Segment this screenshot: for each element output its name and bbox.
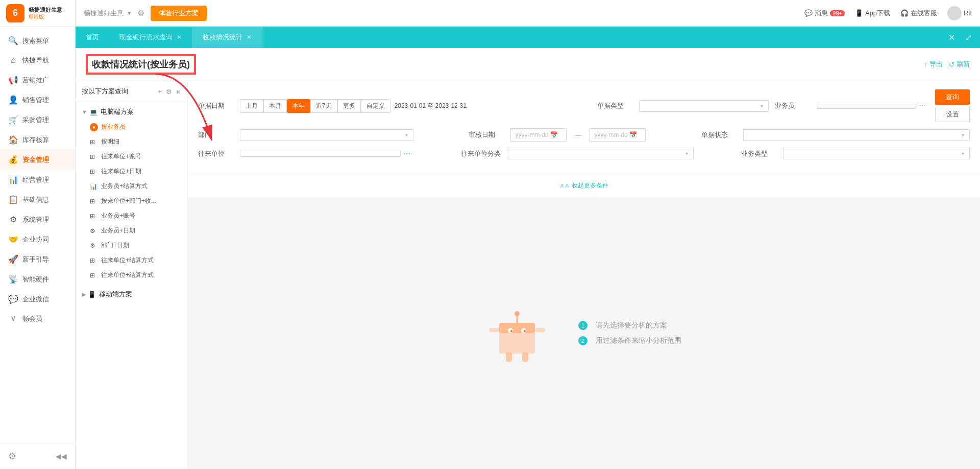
query-button[interactable]: 查询: [935, 89, 970, 105]
biz-type-label: 业务类型: [741, 149, 777, 158]
dept-select[interactable]: ▾: [240, 129, 413, 141]
date-label: 单据日期: [198, 101, 234, 110]
cps2-icon: ⊞: [90, 272, 98, 279]
date-btn-custom[interactable]: 自定义: [361, 99, 390, 113]
sidebar-item-purchase[interactable]: 🛒 采购管理: [0, 110, 75, 130]
scheme-item-salesperson-account[interactable]: ⊞ 业务员+账号: [76, 208, 187, 223]
date-selector: 上月 本月 本年 近7天 更多 自定义 2023-01-01 至 2023-12…: [240, 99, 467, 113]
corpwechat-icon: 💬: [8, 294, 18, 304]
sidebar-item-corpwechat[interactable]: 💬 企业微信: [0, 289, 75, 309]
scheme-item-dept-date[interactable]: ⚙ 部门+日期: [76, 238, 187, 253]
tip-num-2: 2: [578, 336, 587, 345]
collapse-btn[interactable]: ∧∧ 收起更多条件: [188, 177, 980, 194]
doc-status-select[interactable]: ▾: [743, 129, 970, 141]
action-buttons: 查询 设置: [935, 89, 970, 122]
tab-close-bank-flow[interactable]: ✕: [177, 34, 182, 41]
scheme-item-counterparty-settlement1[interactable]: ⊞ 往来单位+结算方式: [76, 253, 187, 268]
top-header: 畅捷通好生意 ▾ ⚙ 体验行业方案 💬 消息 99+ 📱 App下载 🎧: [76, 0, 980, 27]
scheme-add-btn[interactable]: +: [157, 86, 163, 97]
counterparty-input[interactable]: [240, 151, 401, 157]
calendar-start-icon[interactable]: 📅: [550, 131, 558, 138]
user-profile[interactable]: Rit: [947, 6, 972, 20]
scheme-item-counterparty-settlement2[interactable]: ⊞ 往来单位+结算方式: [76, 268, 187, 283]
counterparty-category-arrow: ▾: [685, 151, 688, 156]
salesperson-input[interactable]: [817, 103, 916, 109]
empty-state-container: 1 请先选择要分析的方案 2 用过滤条件来缩小分析范围: [188, 197, 980, 469]
sidebar-item-smarthw[interactable]: 📡 智能硬件: [0, 269, 75, 289]
review-date-start[interactable]: yyyy-mm-dd 📅: [510, 128, 567, 142]
dept-date-icon: ⚙: [90, 242, 98, 249]
finance-icon: 💰: [8, 155, 18, 165]
page-header: 收款情况统计(按业务员) ↑ 导出 ↺ 刷新: [76, 48, 980, 81]
online-service-action[interactable]: 🎧 在线客服: [900, 9, 937, 18]
right-content: 单据日期 上月 本月 本年 近7天 更多 自定义 2023-01-01 至 20…: [188, 81, 980, 469]
doc-type-select[interactable]: ▾: [639, 100, 769, 112]
sidebar-item-marketing[interactable]: 📢 营销推广: [0, 70, 75, 90]
svg-point-4: [510, 330, 512, 332]
sidebar-collapse-icon[interactable]: ◀◀: [56, 452, 67, 460]
sidebar-item-basicinfo[interactable]: 📋 基础信息: [0, 190, 75, 209]
salesperson-more-btn[interactable]: ···: [916, 101, 929, 110]
sidebar-item-quicknav[interactable]: ⌂ 快捷导航: [0, 51, 75, 70]
tab-bank-flow[interactable]: 现金银行流水查询 ✕: [109, 27, 192, 48]
scheme-item-counterparty-dept[interactable]: ⊞ 按来单位+部门+收...: [76, 194, 187, 208]
marketing-icon: 📢: [8, 75, 18, 85]
export-button[interactable]: ↑ 导出: [924, 60, 943, 69]
sidebar-item-member[interactable]: V 畅会员: [0, 309, 75, 329]
scheme-panel-title: 按以下方案查询: [82, 87, 128, 96]
sidebar-item-sales[interactable]: 👤 销售管理: [0, 90, 75, 110]
scheme-group-mobile-header[interactable]: ▶ 📱 移动端方案: [76, 287, 187, 302]
sidebar-item-system[interactable]: ⚙ 系统管理: [0, 209, 75, 229]
date-btn-this-year[interactable]: 本年: [287, 99, 310, 113]
date-btn-7days[interactable]: 近7天: [310, 99, 337, 113]
refresh-button[interactable]: ↺ 刷新: [949, 60, 970, 69]
date-btn-this-month[interactable]: 本月: [263, 99, 287, 113]
sidebar-settings-icon[interactable]: ⚙: [8, 451, 16, 462]
biz-type-arrow: ▾: [962, 151, 964, 156]
scheme-item-salesperson-settlement[interactable]: 📊 业务员+结算方式: [76, 179, 187, 194]
settings-button[interactable]: 设置: [935, 107, 970, 122]
message-action[interactable]: 💬 消息 99+: [804, 9, 845, 18]
sidebar-item-search[interactable]: 🔍 搜索菜单: [0, 31, 75, 51]
scheme-collapse-btn[interactable]: «: [175, 86, 181, 97]
scheme-item-by-detail[interactable]: ⊞ 按明细: [76, 134, 187, 149]
sidebar-item-corpcollab[interactable]: 🤝 企业协同: [0, 229, 75, 249]
empty-illustration: [486, 302, 548, 364]
tip-text-2: 用过滤条件来缩小分析范围: [596, 336, 681, 345]
empty-robot-svg: [486, 302, 548, 364]
scheme-item-counterparty-account[interactable]: ⊞ 往来单位+账号: [76, 149, 187, 164]
tab-close-btn[interactable]: ✕: [944, 31, 959, 44]
date-btn-last-month[interactable]: 上月: [240, 99, 263, 113]
date-btn-more[interactable]: 更多: [337, 99, 361, 113]
home-icon: ⌂: [8, 56, 18, 65]
left-scheme-panel: 按以下方案查询 + ⚙ « ▼ 💻 电脑端方案: [76, 81, 188, 469]
svg-point-5: [524, 330, 526, 332]
smarthw-icon: 📡: [8, 274, 18, 284]
scheme-group-desktop-header[interactable]: ▼ 💻 电脑端方案: [76, 104, 187, 120]
breadcrumb-dropdown-icon[interactable]: ▾: [128, 9, 131, 17]
tab-home[interactable]: 首页: [76, 27, 109, 48]
calendar-end-icon[interactable]: 📅: [629, 131, 637, 138]
sidebar-item-finance[interactable]: 💰 资金管理: [0, 150, 75, 170]
scheme-item-counterparty-date[interactable]: ⊞ 往来单位+日期: [76, 164, 187, 179]
sidebar-item-newguide[interactable]: 🚀 新手引导: [0, 249, 75, 269]
tab-expand-btn[interactable]: ⤢: [961, 31, 976, 44]
tab-receipt-stat[interactable]: 收款情况统计 ✕: [192, 27, 262, 48]
trial-button[interactable]: 体验行业方案: [151, 6, 207, 21]
tab-bar: 首页 现金银行流水查询 ✕ 收款情况统计 ✕ ✕ ⤢: [76, 27, 980, 48]
sidebar-item-operations[interactable]: 📊 经营管理: [0, 170, 75, 190]
counterparty-category-select[interactable]: ▾: [507, 148, 694, 159]
tip-text-1: 请先选择要分析的方案: [596, 321, 667, 330]
review-date-end[interactable]: yyyy-mm-dd 📅: [590, 128, 646, 142]
app-download-action[interactable]: 📱 App下载: [855, 9, 890, 18]
filter-area: 单据日期 上月 本月 本年 近7天 更多 自定义 2023-01-01 至 20…: [188, 81, 980, 174]
scheme-item-by-salesperson[interactable]: ● 按业务员: [76, 120, 187, 134]
search-icon: 🔍: [8, 36, 18, 45]
header-settings-icon[interactable]: ⚙: [137, 8, 144, 18]
tab-close-receipt-stat[interactable]: ✕: [247, 34, 252, 41]
scheme-settings-btn[interactable]: ⚙: [165, 87, 173, 97]
counterparty-more-btn[interactable]: ···: [401, 149, 413, 158]
scheme-item-salesperson-date[interactable]: ⚙ 业务员+日期: [76, 223, 187, 238]
sidebar-item-inventory[interactable]: 🏠 库存核算: [0, 130, 75, 150]
biz-type-select[interactable]: ▾: [783, 148, 970, 159]
